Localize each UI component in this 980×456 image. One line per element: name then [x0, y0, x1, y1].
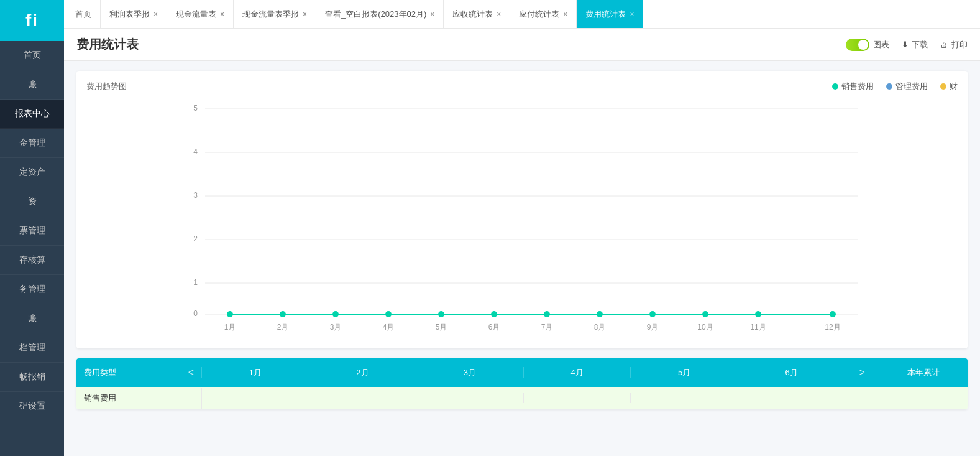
- th-ytd: 本年累计: [879, 367, 968, 378]
- svg-text:6月: 6月: [488, 323, 500, 332]
- sidebar-item-service[interactable]: 务管理: [0, 275, 64, 304]
- th-m6: 6月: [738, 367, 846, 378]
- td-type: 销售费用: [76, 388, 202, 409]
- download-icon: ⬇: [902, 40, 909, 49]
- td-m6: [738, 393, 846, 403]
- sidebar: fi 首页 账 报表中心 金管理 定资产 资 票管理 存核算 务管理 账 档管理…: [0, 0, 64, 456]
- page-area: 费用统计表 图表 ⬇ 下载 🖨 打印 费: [64, 29, 980, 456]
- table-nav-prev[interactable]: <: [188, 367, 194, 378]
- svg-point-16: [438, 311, 444, 317]
- tab-close-profit[interactable]: ×: [153, 10, 158, 19]
- sidebar-item-writeoff[interactable]: 畅报销: [0, 363, 64, 392]
- app-logo: fi: [0, 0, 64, 41]
- table-header-row: 费用类型 < 1月 2月 3月 4月 5月 6月 > 本年累计: [76, 358, 968, 387]
- tab-close-blank-report[interactable]: ×: [430, 10, 434, 19]
- sidebar-item-settings[interactable]: 础设置: [0, 392, 64, 421]
- td-m3: [416, 393, 524, 403]
- svg-point-17: [491, 311, 497, 317]
- chart-toggle[interactable]: [846, 39, 869, 51]
- th-m5: 5月: [631, 367, 738, 378]
- main-area: 首页 利润表季报 × 现金流量表 × 现金流量表季报 × 查看_空白报表(202…: [64, 0, 980, 456]
- svg-text:5月: 5月: [436, 323, 447, 332]
- tab-payable[interactable]: 应付统计表 ×: [510, 0, 577, 28]
- td-nav-spacer: [845, 393, 879, 403]
- print-button[interactable]: 🖨 打印: [940, 39, 968, 50]
- sidebar-item-fund[interactable]: 金管理: [0, 129, 64, 158]
- tab-close-cashflow-quarter[interactable]: ×: [303, 10, 307, 19]
- table-nav-next[interactable]: >: [859, 367, 865, 378]
- svg-text:1: 1: [193, 278, 198, 287]
- sidebar-item-stock[interactable]: 存核算: [0, 246, 64, 275]
- sidebar-item-account[interactable]: 账: [0, 70, 64, 100]
- legend-dot-finance: [940, 83, 946, 90]
- svg-text:2: 2: [193, 235, 198, 243]
- svg-point-18: [544, 311, 550, 317]
- tab-cashflow[interactable]: 现金流量表 ×: [167, 0, 234, 28]
- sidebar-item-invoice[interactable]: 票管理: [0, 216, 64, 246]
- legend-label-admin: 管理费用: [895, 81, 928, 92]
- print-icon: 🖨: [940, 40, 948, 49]
- chart-svg-container: 5 4 3 2 1 0: [86, 100, 958, 338]
- sidebar-item-invest[interactable]: 资: [0, 187, 64, 216]
- td-m2: [309, 393, 417, 403]
- chart-card: 费用趋势图 销售费用 管理费用 财: [76, 71, 968, 348]
- sidebar-item-home[interactable]: 首页: [0, 41, 64, 70]
- legend-finance: 财: [940, 81, 958, 92]
- svg-text:3: 3: [193, 191, 198, 200]
- svg-point-15: [385, 311, 392, 317]
- tab-profit[interactable]: 利润表季报 ×: [101, 0, 167, 28]
- sidebar-item-report[interactable]: 报表中心: [0, 100, 64, 129]
- svg-text:10月: 10月: [697, 323, 713, 332]
- header-actions: 图表 ⬇ 下载 🖨 打印: [846, 39, 968, 51]
- svg-point-13: [280, 311, 286, 317]
- page-title: 费用统计表: [76, 36, 139, 53]
- th-m3: 3月: [416, 367, 524, 378]
- svg-text:11月: 11月: [750, 323, 766, 332]
- svg-text:4: 4: [193, 147, 198, 156]
- svg-point-14: [332, 311, 339, 317]
- svg-point-23: [830, 311, 836, 317]
- content-area: 费用趋势图 销售费用 管理费用 财: [64, 61, 980, 456]
- svg-text:7月: 7月: [541, 323, 553, 332]
- tab-close-cashflow[interactable]: ×: [220, 10, 224, 19]
- page-header: 费用统计表 图表 ⬇ 下载 🖨 打印: [64, 29, 980, 61]
- th-m2: 2月: [309, 367, 417, 378]
- data-table-section: 费用类型 < 1月 2月 3月 4月 5月 6月 > 本年累计 销售费用: [76, 358, 968, 409]
- tab-home[interactable]: 首页: [66, 0, 101, 28]
- td-m5: [631, 393, 738, 403]
- svg-text:0: 0: [193, 309, 198, 318]
- svg-point-12: [227, 311, 233, 317]
- sidebar-item-ledger[interactable]: 账: [0, 304, 64, 333]
- tab-close-payable[interactable]: ×: [563, 10, 567, 19]
- tab-cashflow-quarter[interactable]: 现金流量表季报 ×: [234, 0, 316, 28]
- tab-bar: 首页 利润表季报 × 现金流量表 × 现金流量表季报 × 查看_空白报表(202…: [64, 0, 980, 29]
- th-type: 费用类型 <: [76, 367, 202, 378]
- svg-text:9月: 9月: [647, 323, 659, 332]
- tab-close-receivable[interactable]: ×: [497, 10, 501, 19]
- tab-expense[interactable]: 费用统计表 ×: [577, 0, 643, 28]
- td-ytd: [879, 393, 968, 403]
- chart-title: 费用趋势图: [86, 81, 127, 92]
- download-label: 下载: [912, 39, 928, 50]
- sidebar-item-archive[interactable]: 档管理: [0, 333, 64, 363]
- legend-admin: 管理费用: [886, 81, 928, 92]
- svg-point-19: [597, 311, 603, 317]
- print-label: 打印: [951, 39, 968, 50]
- legend-label-sales: 销售费用: [841, 81, 874, 92]
- tab-receivable[interactable]: 应收统计表 ×: [444, 0, 510, 28]
- svg-text:2月: 2月: [277, 323, 289, 332]
- svg-point-21: [702, 311, 708, 317]
- legend-dot-admin: [886, 83, 892, 90]
- svg-text:5: 5: [193, 104, 198, 113]
- tab-blank-report[interactable]: 查看_空白报表(2023年02月) ×: [316, 0, 444, 28]
- download-button[interactable]: ⬇ 下载: [902, 39, 928, 50]
- svg-text:4月: 4月: [383, 323, 395, 332]
- td-m1: [202, 393, 309, 403]
- svg-point-20: [649, 311, 656, 317]
- td-m4: [524, 393, 631, 403]
- table-nav-next-cell: >: [845, 367, 879, 378]
- chart-svg: 5 4 3 2 1 0: [86, 100, 958, 336]
- tab-close-expense[interactable]: ×: [630, 10, 634, 19]
- chart-legend: 销售费用 管理费用 财: [832, 81, 958, 92]
- sidebar-item-asset[interactable]: 定资产: [0, 158, 64, 187]
